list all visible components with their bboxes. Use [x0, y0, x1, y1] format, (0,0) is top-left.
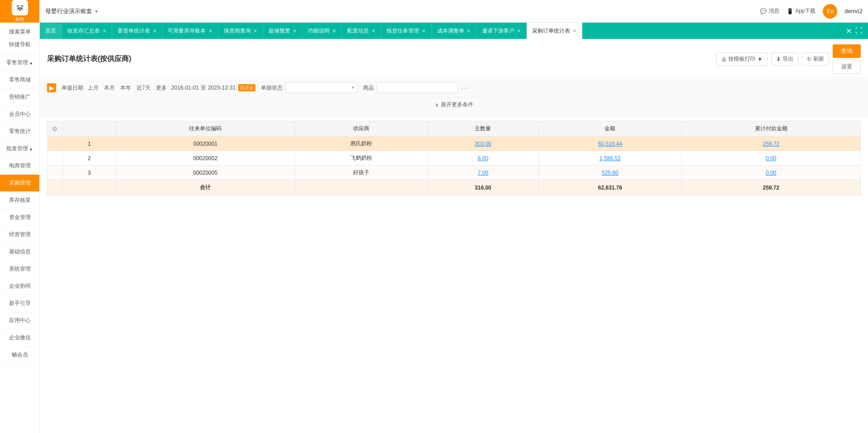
- column-settings-icon[interactable]: ⚙: [52, 125, 58, 133]
- tab-item-5[interactable]: 超储预警×: [263, 23, 302, 39]
- row-amount-cell[interactable]: 525.80: [538, 166, 682, 180]
- filter-toggle-button[interactable]: ▶: [47, 83, 56, 92]
- status-filter-label: 单据状态: [261, 84, 283, 92]
- tab-close-icon-10[interactable]: ×: [517, 27, 521, 34]
- search-menu-label[interactable]: 搜索菜单: [3, 26, 37, 38]
- tab-item-10[interactable]: 邀请下游客户×: [476, 23, 527, 39]
- row-index-cell: 2: [63, 151, 116, 166]
- sidebar-item-应用中心[interactable]: 应用中心: [0, 312, 39, 329]
- message-button[interactable]: 💬 消息: [760, 7, 779, 15]
- tab-item-2[interactable]: 要货单统计表×: [112, 23, 162, 39]
- footer-amount-cell: 62,631.76: [538, 180, 682, 195]
- shortcut-7-days[interactable]: 近7天: [135, 83, 152, 93]
- sidebar-item-批发管理[interactable]: 批发管理▲: [0, 140, 39, 157]
- row-paid-cell[interactable]: 259.72: [682, 137, 861, 151]
- sidebar-item-零售管理[interactable]: 零售管理▲: [0, 54, 39, 71]
- goods-more-icon[interactable]: ···: [461, 83, 470, 93]
- tab-close-icon-4[interactable]: ×: [254, 27, 257, 34]
- nav-arrow-icon: ▲: [29, 147, 33, 151]
- refresh-icon: ↻: [807, 56, 811, 62]
- sidebar-item-企业协同[interactable]: 企业协同: [0, 278, 39, 295]
- row-quantity-cell[interactable]: 6.00: [428, 151, 539, 166]
- refresh-button[interactable]: ↻ 刷新: [802, 52, 829, 66]
- app-download-button[interactable]: 📱 App下载: [787, 7, 816, 15]
- sidebar-item-畅会员[interactable]: 畅会员: [0, 347, 39, 364]
- sidebar-nav: 零售管理▲零售商城营销推广会员中心零售统计批发管理▲电商管理采购管理库存核算资金…: [0, 54, 39, 364]
- tab-item-0[interactable]: 首页: [40, 23, 62, 39]
- logo-text: 标胜: [15, 16, 24, 23]
- tab-close-icon-11[interactable]: ×: [573, 27, 576, 34]
- shortcut-more[interactable]: 更多: [154, 83, 169, 93]
- sidebar-item-资金管理[interactable]: 资金管理: [0, 209, 39, 226]
- tab-item-1[interactable]: 收发存汇总表×: [62, 23, 112, 39]
- table-row[interactable]: 100020001惠氏奶粉303.0060,519.44259.72: [47, 137, 861, 151]
- row-quantity-cell[interactable]: 7.00: [428, 166, 539, 180]
- tab-maximize-icon[interactable]: ⛶: [854, 27, 864, 35]
- print-button[interactable]: 🖨 按模板打印 ▼: [716, 52, 768, 66]
- tab-item-11[interactable]: 采购订单统计表×: [527, 23, 582, 39]
- tab-item-4[interactable]: 保质期查询×: [218, 23, 263, 39]
- workspace-arrow-icon: ▼: [94, 9, 99, 14]
- setting-button[interactable]: 设置: [833, 60, 861, 74]
- tab-close-icon-1[interactable]: ×: [103, 27, 106, 34]
- query-button[interactable]: 查询: [833, 44, 861, 58]
- expand-more-button[interactable]: ∨ 展开更多条件: [431, 99, 477, 110]
- tab-item-6[interactable]: 功能说明×: [302, 23, 342, 39]
- tab-close-icon-8[interactable]: ×: [422, 27, 425, 34]
- row-paid-cell[interactable]: 0.00: [682, 166, 861, 180]
- logo-icon: 🐼: [12, 0, 28, 15]
- row-quantity-cell[interactable]: 303.00: [428, 137, 539, 151]
- tabbar: 首页收发存汇总表×要货单统计表×可用量库存账本×保质期查询×超储预警×功能说明×…: [40, 23, 868, 39]
- status-select[interactable]: [285, 82, 358, 93]
- tab-item-3[interactable]: 可用量库存账本×: [162, 23, 218, 39]
- tab-close-icon-3[interactable]: ×: [208, 27, 212, 34]
- username-label: demo2: [844, 8, 863, 14]
- table-row[interactable]: 200020002飞鹤奶粉6.001,586.520.00: [47, 151, 861, 166]
- message-label: 消息: [769, 7, 779, 15]
- sidebar-item-电商管理[interactable]: 电商管理: [0, 157, 39, 175]
- sidebar-item-基础信息[interactable]: 基础信息: [0, 243, 39, 261]
- print-icon: 🖨: [721, 56, 726, 62]
- row-amount-cell[interactable]: 1,586.52: [538, 151, 682, 166]
- sidebar-item-会员中心[interactable]: 会员中心: [0, 106, 39, 123]
- tab-label-8: 拣货任务管理: [387, 27, 419, 35]
- tab-item-9[interactable]: 成本调整单×: [432, 23, 476, 39]
- tab-close-icon-6[interactable]: ×: [332, 27, 336, 34]
- sidebar-item-营销推广[interactable]: 营销推广: [0, 89, 39, 106]
- shortcut-nav-label[interactable]: 快捷导航: [3, 38, 37, 50]
- row-settings-cell: [47, 166, 63, 180]
- workspace-selector[interactable]: 母婴行业演示账套 ▼: [45, 7, 99, 15]
- row-paid-cell[interactable]: 0.00: [682, 151, 861, 166]
- expand-icon: ∨: [435, 102, 439, 108]
- sidebar-item-零售统计[interactable]: 零售统计: [0, 123, 39, 140]
- tab-label-7: 配置信息: [347, 27, 369, 35]
- topbar-right: 💬 消息 📱 App下载 Ea demo2: [760, 4, 863, 19]
- expand-label: 展开更多条件: [441, 101, 473, 109]
- tab-close-all-icon[interactable]: ✕: [844, 27, 854, 35]
- sidebar-item-采购管理[interactable]: 采购管理: [0, 175, 39, 192]
- goods-input[interactable]: [377, 82, 458, 93]
- tab-label-11: 采购订单统计表: [532, 27, 570, 35]
- row-amount-cell[interactable]: 60,519.44: [538, 137, 682, 151]
- tab-close-icon-2[interactable]: ×: [153, 27, 156, 34]
- sidebar-item-零售商城[interactable]: 零售商城: [0, 71, 39, 89]
- tab-close-icon-9[interactable]: ×: [467, 27, 471, 34]
- tab-close-icon-7[interactable]: ×: [372, 27, 375, 34]
- sidebar-item-系统管理[interactable]: 系统管理: [0, 261, 39, 278]
- sidebar-item-新手引导[interactable]: 新手引导: [0, 295, 39, 312]
- sidebar-item-企业微信[interactable]: 企业微信: [0, 329, 39, 347]
- date-shortcuts: 上月 本月 本年 近7天 更多: [86, 83, 169, 93]
- shortcut-this-year[interactable]: 本年: [118, 83, 133, 93]
- tab-close-icon-5[interactable]: ×: [293, 27, 297, 34]
- col-quantity-header: 主数量: [428, 121, 539, 137]
- sidebar-item-经营管理[interactable]: 经营管理: [0, 226, 39, 243]
- shortcut-this-month[interactable]: 本月: [102, 83, 117, 93]
- shortcut-last-month[interactable]: 上月: [86, 83, 100, 93]
- tab-item-7[interactable]: 配置信息×: [342, 23, 381, 39]
- sidebar-item-库存核算[interactable]: 库存核算: [0, 192, 39, 209]
- app-icon: 📱: [787, 8, 793, 14]
- tab-item-8[interactable]: 拣货任务管理×: [381, 23, 431, 39]
- table-row[interactable]: 300020005好孩子7.00525.800.00: [47, 166, 861, 180]
- export-button[interactable]: ⬇ 导出: [771, 52, 798, 66]
- col-index-header: [63, 121, 116, 137]
